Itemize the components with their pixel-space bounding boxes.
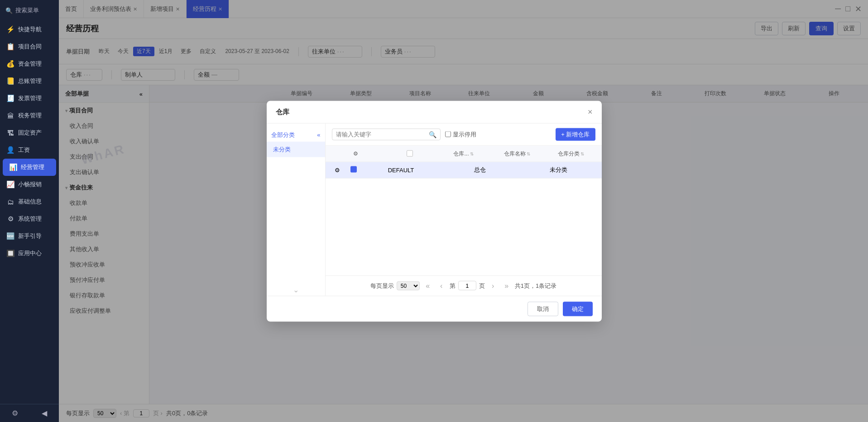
sidebar-label-general-ledger: 总账管理: [18, 77, 42, 85]
sidebar-label-invoice-management: 发票管理: [18, 94, 42, 102]
modal-toolbar: 🔍 显示停用 + 新增仓库: [326, 123, 602, 146]
xiao-chang-icon: 📈: [6, 180, 14, 189]
warehouse-table-header: ⚙仓库...⇅仓库名称⇅仓库分类⇅: [326, 146, 602, 162]
modal-col-name: 仓库名称⇅: [490, 150, 544, 157]
sidebar-label-app-center: 应用中心: [18, 249, 42, 257]
modal-page-suffix: 页: [479, 281, 485, 290]
fixed-assets-icon: 🏗: [6, 129, 14, 137]
sidebar-label-fixed-assets: 固定资产: [18, 129, 42, 137]
add-warehouse-button[interactable]: + 新增仓库: [556, 128, 595, 141]
show-disabled-label: 显示停用: [453, 130, 476, 138]
modal-page-label: 第: [450, 281, 456, 290]
new-user-guide-icon: 🆕: [6, 232, 14, 240]
modal-prev-page[interactable]: ‹: [436, 280, 447, 291]
modal-col-code: 仓库...⇅: [436, 150, 490, 157]
search-icon: 🔍: [5, 7, 13, 14]
sidebar-label-business-management: 经营管理: [21, 163, 44, 171]
sidebar-item-business-management[interactable]: 📊经营管理: [3, 159, 56, 176]
modal-title: 仓库: [276, 107, 289, 116]
warehouse-search-box[interactable]: 🔍: [332, 128, 441, 140]
modal-page-input[interactable]: [458, 281, 476, 291]
sidebar-item-system-management[interactable]: ⚙系统管理: [0, 210, 59, 228]
row-settings-1[interactable]: ⚙: [329, 164, 345, 176]
sidebar-item-app-center[interactable]: 🔲应用中心: [0, 245, 59, 262]
settings-col-icon[interactable]: ⚙: [353, 150, 358, 157]
header-checkbox[interactable]: [407, 150, 413, 157]
sidebar-item-payroll[interactable]: 👤工资: [0, 141, 59, 159]
warehouse-modal: 仓库 × 全部分类 « 未分类 ⌄ 🔍 显示停用 + 新增: [267, 101, 602, 321]
uncategorized-item[interactable]: 未分类: [267, 141, 325, 157]
all-category-label: 全部分类: [271, 131, 295, 139]
sidebar-item-new-user-guide[interactable]: 🆕新手引导: [0, 228, 59, 245]
modal-first-page[interactable]: «: [422, 280, 433, 291]
sidebar-label-project-contract: 项目合同: [18, 43, 42, 51]
sidebar-label-basic-info: 基础信息: [18, 198, 42, 206]
modal-total-label: 共1页，1条记录: [515, 281, 556, 290]
sidebar-item-quick-nav[interactable]: ⚡快捷导航: [0, 21, 59, 38]
sidebar-label-fund-management: 资金管理: [18, 60, 42, 68]
payroll-icon: 👤: [6, 146, 14, 154]
sidebar-item-fund-management[interactable]: 💰资金管理: [0, 55, 59, 73]
row-category-1: 未分类: [519, 163, 598, 177]
modal-actions: 取消 确定: [267, 296, 602, 321]
business-management-icon: 📊: [9, 163, 17, 171]
sidebar-label-xiao-chang: 小畅报销: [18, 180, 42, 189]
disabled-checkbox[interactable]: [445, 131, 451, 137]
modal-col-checkbox: [383, 150, 436, 157]
sidebar-item-fixed-assets[interactable]: 🏗固定资产: [0, 124, 59, 141]
row-name-1: 总仓: [441, 163, 519, 177]
fund-management-icon: 💰: [6, 60, 14, 68]
sidebar-label-system-management: 系统管理: [18, 215, 42, 223]
modal-header: 仓库 ×: [267, 101, 602, 123]
modal-left-collapse-icon[interactable]: «: [317, 131, 320, 138]
modal-col-settings[interactable]: ⚙: [329, 150, 383, 157]
row-code-1: DEFAULT: [362, 164, 441, 176]
sidebar-item-invoice-management[interactable]: 🧾发票管理: [0, 90, 59, 107]
app-center-icon: 🔲: [6, 249, 14, 257]
sidebar-label-payroll: 工资: [18, 146, 30, 154]
modal-per-page-label: 每页显示: [370, 281, 394, 290]
modal-col-category: 仓库分类⇅: [544, 150, 598, 157]
system-management-icon: ⚙: [6, 215, 14, 223]
basic-info-icon: 🗂: [6, 198, 14, 206]
sidebar-item-basic-info[interactable]: 🗂基础信息: [0, 193, 59, 210]
row-checkbox-1[interactable]: [345, 163, 362, 176]
sidebar-search[interactable]: 🔍 搜索菜单: [0, 0, 59, 21]
settings-icon[interactable]: ⚙: [12, 409, 18, 417]
sidebar-item-general-ledger[interactable]: 📒总账管理: [0, 73, 59, 90]
quick-nav-icon: ⚡: [6, 25, 14, 34]
modal-close-button[interactable]: ×: [588, 107, 593, 116]
sidebar-label-tax-management: 税务管理: [18, 112, 42, 120]
confirm-button[interactable]: 确定: [563, 301, 593, 316]
invoice-management-icon: 🧾: [6, 94, 14, 102]
warehouse-row-1[interactable]: ⚙ DEFAULT 总仓 未分类: [326, 162, 602, 178]
modal-next-page[interactable]: ›: [488, 280, 499, 291]
search-icon: 🔍: [429, 131, 436, 138]
modal-page-size-select[interactable]: 50100: [397, 281, 420, 290]
warehouse-table: ⚙仓库...⇅仓库名称⇅仓库分类⇅ ⚙ DEFAULT 总仓 未分类: [326, 146, 602, 275]
tax-management-icon: 🏛: [6, 112, 14, 120]
scroll-down-indicator: ⌄: [293, 285, 299, 294]
modal-left-panel: 全部分类 « 未分类 ⌄: [267, 123, 326, 296]
project-contract-icon: 📋: [6, 43, 14, 51]
modal-body: 全部分类 « 未分类 ⌄ 🔍 显示停用 + 新增仓库 ⚙仓库...⇅仓库名称⇅仓…: [267, 123, 602, 296]
sidebar-label-new-user-guide: 新手引导: [18, 232, 42, 240]
modal-last-page[interactable]: »: [501, 280, 512, 291]
sidebar-label-quick-nav: 快捷导航: [18, 25, 42, 34]
sidebar: 🔍 搜索菜单 ⚡快捷导航📋项目合同💰资金管理📒总账管理🧾发票管理🏛税务管理🏗固定…: [0, 0, 59, 422]
cancel-button[interactable]: 取消: [528, 301, 558, 316]
modal-left-header[interactable]: 全部分类 «: [267, 128, 325, 141]
sidebar-item-tax-management[interactable]: 🏛税务管理: [0, 107, 59, 124]
show-disabled-checkbox[interactable]: 显示停用: [445, 130, 476, 138]
collapse-icon[interactable]: ◀: [42, 409, 47, 417]
modal-pagination: 每页显示 50100 « ‹ 第 页 › » 共1页，1条记录: [326, 275, 602, 296]
modal-right-panel: 🔍 显示停用 + 新增仓库 ⚙仓库...⇅仓库名称⇅仓库分类⇅ ⚙ DEFAUL…: [326, 123, 602, 296]
warehouse-search-input[interactable]: [336, 131, 427, 138]
sidebar-item-project-contract[interactable]: 📋项目合同: [0, 38, 59, 55]
sidebar-bottom: ⚙ ◀: [0, 404, 59, 422]
sidebar-item-xiao-chang[interactable]: 📈小畅报销: [0, 176, 59, 193]
general-ledger-icon: 📒: [6, 77, 14, 85]
